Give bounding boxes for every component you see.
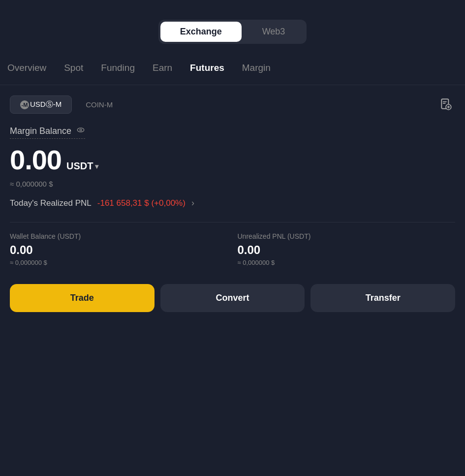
tab-web3[interactable]: Web3 xyxy=(243,22,305,42)
sub-tabs: -MUSDⓈ-M COIN-M xyxy=(10,95,455,114)
pnl-label: Today's Realized PNL xyxy=(10,198,92,208)
action-buttons: Trade Convert Transfer xyxy=(10,284,455,312)
sub-tab-usdm[interactable]: -MUSDⓈ-M xyxy=(10,95,72,114)
divider xyxy=(10,222,455,222)
balance-grid: Wallet Balance (USDT) 0.00 ≈ 0,000000 $ … xyxy=(10,232,455,266)
wallet-balance-item: Wallet Balance (USDT) 0.00 ≈ 0,000000 $ xyxy=(10,232,228,266)
tab-exchange[interactable]: Exchange xyxy=(160,22,242,42)
wallet-balance-approx: ≈ 0,000000 $ xyxy=(10,259,228,266)
eye-icon[interactable] xyxy=(76,126,85,136)
top-tabs-container: Exchange Web3 xyxy=(0,0,465,54)
wallet-balance-value: 0.00 xyxy=(10,243,228,257)
document-icon-btn[interactable] xyxy=(436,95,455,114)
nav-tab-overview[interactable]: Overview xyxy=(5,59,55,77)
transfer-button[interactable]: Transfer xyxy=(310,284,455,312)
nav-tab-earn[interactable]: Earn xyxy=(144,59,181,77)
sub-tab-coinm[interactable]: COIN-M xyxy=(76,96,123,113)
wallet-balance-label: Wallet Balance (USDT) xyxy=(10,232,228,240)
svg-point-5 xyxy=(80,129,82,131)
svg-point-4 xyxy=(77,128,84,132)
nav-tabs: Overview Spot Funding Earn Futures Margi… xyxy=(0,54,465,85)
approx-value: ≈ 0,000000 $ xyxy=(10,180,455,188)
unrealized-pnl-approx: ≈ 0,000000 $ xyxy=(238,259,456,266)
unrealized-pnl-item: Unrealized PNL (USDT) 0.00 ≈ 0,000000 $ xyxy=(238,232,456,266)
usds-icon: -M xyxy=(20,100,29,109)
unrealized-pnl-value: 0.00 xyxy=(238,243,456,257)
pnl-value: -161 658,31 $ (+0,00%) xyxy=(97,198,186,208)
chevron-down-icon: ▾ xyxy=(95,162,98,170)
nav-tab-margin[interactable]: Margin xyxy=(233,59,279,77)
top-tabs: Exchange Web3 xyxy=(158,20,307,44)
trade-button[interactable]: Trade xyxy=(10,284,155,312)
convert-button[interactable]: Convert xyxy=(160,284,305,312)
unrealized-pnl-label: Unrealized PNL (USDT) xyxy=(238,232,456,240)
nav-tab-funding[interactable]: Funding xyxy=(92,59,144,77)
main-content: -MUSDⓈ-M COIN-M Margin Balance 0.00 USDT xyxy=(0,85,465,327)
nav-tab-spot[interactable]: Spot xyxy=(55,59,92,77)
balance-currency[interactable]: USDT ▾ xyxy=(66,160,98,172)
margin-balance-label: Margin Balance xyxy=(10,126,85,139)
balance-number: 0.00 xyxy=(10,144,62,176)
pnl-arrow[interactable]: › xyxy=(191,198,194,208)
nav-tab-futures[interactable]: Futures xyxy=(181,59,233,77)
balance-amount: 0.00 USDT ▾ xyxy=(10,144,455,176)
pnl-row: Today's Realized PNL -161 658,31 $ (+0,0… xyxy=(10,198,455,208)
document-icon xyxy=(439,98,452,111)
